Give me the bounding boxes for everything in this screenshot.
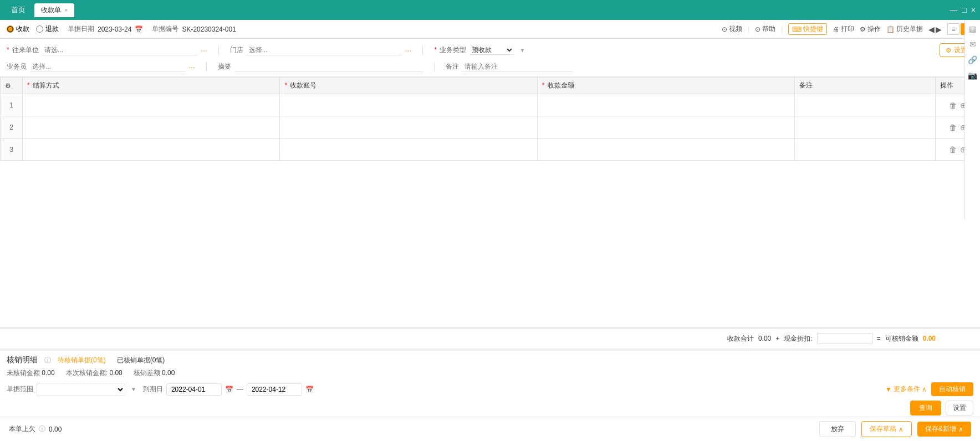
pending-tab[interactable]: 待核销单据(0笔) xyxy=(58,356,106,365)
keyboard-icon: ⌨ xyxy=(792,25,802,33)
win-maximize-btn[interactable]: □ xyxy=(962,6,966,14)
more-conditions-btn[interactable]: ▼ 更多条件 ∧ xyxy=(885,384,927,394)
cell-pay-method-2[interactable] xyxy=(23,116,280,139)
filter-row: 单据范围 ▼ 到期日 📅 — 📅 xyxy=(7,382,973,396)
cell-pay-method-3[interactable] xyxy=(23,139,280,161)
remark-label: 备注 xyxy=(446,62,459,71)
sidebar-mail-icon[interactable]: ✉ xyxy=(969,40,976,49)
query-settings-row: 查询 设置 xyxy=(7,401,973,416)
done-tab[interactable]: 已核销单据(0笔) xyxy=(117,356,165,365)
save-new-button[interactable]: 保存&新增 ∧ xyxy=(917,422,971,437)
sidebar-camera-icon[interactable]: 📷 xyxy=(968,71,977,80)
tab-bar-left: 首页 收款单 × xyxy=(4,3,74,17)
save-draft-label: 保存草稿 xyxy=(870,424,896,434)
cell-receipt-amount-3[interactable] xyxy=(537,139,794,161)
store-group: 门店 ··· xyxy=(230,45,412,55)
form-divider-4 xyxy=(434,63,435,71)
cell-receipt-amount-2[interactable] xyxy=(537,116,794,139)
action-operation[interactable]: ⚙ 操作 xyxy=(860,24,881,34)
auto-verify-button[interactable]: 自动核销 xyxy=(931,382,973,396)
business-type-select[interactable]: 预收款 收款 xyxy=(469,45,514,55)
staff-more-icon[interactable]: ··· xyxy=(188,63,195,71)
sidebar-table-icon[interactable]: ▦ xyxy=(969,24,976,33)
date-to-input[interactable] xyxy=(247,383,302,396)
store-input[interactable] xyxy=(247,45,402,55)
remark-input[interactable] xyxy=(462,61,573,72)
row-delete-btn-3[interactable]: 🗑 xyxy=(949,145,957,154)
cell-remark-3[interactable] xyxy=(795,139,936,161)
table-row: 1 🗑 ⊕ xyxy=(1,94,980,116)
toolbar: 收款 退款 单据日期 2023-03-24 📅 单据编号 SK-20230324… xyxy=(0,20,980,39)
tab-active-receipt[interactable]: 收款单 × xyxy=(34,3,74,17)
doc-range-chevron-icon: ▼ xyxy=(131,386,136,392)
chevron-up-icon: ∧ xyxy=(922,386,927,393)
nav-next-btn[interactable]: ▶ xyxy=(936,25,942,34)
summary-input[interactable] xyxy=(234,61,423,72)
nav-prev-btn[interactable]: ◀ xyxy=(928,25,935,34)
form-row-2: 业务员 ··· 摘要 备注 xyxy=(7,61,973,72)
table-settings-icon[interactable]: ⚙ xyxy=(5,82,11,90)
save-new-chevron-icon: ∧ xyxy=(958,425,963,433)
info-icon[interactable]: ⓘ xyxy=(44,356,51,365)
th-receipt-account: * 收款账号 xyxy=(280,78,537,94)
cell-receipt-account-1[interactable] xyxy=(280,94,537,116)
uncleared-label: 未核销金额 0.00 xyxy=(7,368,55,378)
win-minimize-btn[interactable]: — xyxy=(950,6,957,14)
action-shortcut[interactable]: ⌨ 快捷键 xyxy=(788,23,827,35)
history-icon: 📋 xyxy=(886,25,895,33)
cell-receipt-amount-1[interactable] xyxy=(537,94,794,116)
radio-refund[interactable]: 退款 xyxy=(36,24,59,34)
calendar-icon[interactable]: 📅 xyxy=(135,25,143,33)
counterparty-more-icon[interactable]: ··· xyxy=(201,46,207,55)
diff-stat: 核销差额 0.00 xyxy=(134,368,175,378)
counterparty-group: * 往来单位 ··· xyxy=(7,45,207,55)
total-label: 收款合计 xyxy=(727,334,754,343)
row-delete-btn-1[interactable]: 🗑 xyxy=(949,101,957,110)
tab-close-icon[interactable]: × xyxy=(64,7,68,13)
discount-label: 现金折扣: xyxy=(784,334,812,343)
row-delete-btn-2[interactable]: 🗑 xyxy=(949,123,957,132)
verifiable-label: 可核销金额 xyxy=(885,334,918,343)
discount-input[interactable] xyxy=(817,333,872,344)
doc-range-filter: 单据范围 ▼ xyxy=(7,383,136,396)
cell-pay-method-1[interactable] xyxy=(23,94,280,116)
save-draft-button[interactable]: 保存草稿 ∧ xyxy=(861,421,912,437)
staff-input[interactable] xyxy=(30,61,185,72)
tab-home[interactable]: 首页 xyxy=(4,3,32,17)
cell-remark-2[interactable] xyxy=(795,116,936,139)
action-print[interactable]: 🖨 打印 xyxy=(833,24,854,34)
query-button[interactable]: 查询 xyxy=(910,401,941,416)
table-settings-button[interactable]: 设置 xyxy=(946,401,973,416)
radio-receive-input[interactable] xyxy=(7,25,14,33)
date-separator: — xyxy=(237,386,243,393)
store-more-icon[interactable]: ··· xyxy=(405,46,412,55)
footer: 本单上欠 ⓘ 0.00 放弃 保存草稿 ∧ 保存&新增 ∧ xyxy=(0,417,980,441)
win-close-btn[interactable]: × xyxy=(971,6,976,14)
view-list-btn[interactable]: ≡ xyxy=(947,23,959,35)
abandon-button[interactable]: 放弃 xyxy=(819,421,856,437)
action-video[interactable]: ⊙ 视频 xyxy=(722,24,742,34)
summary-row: 收款合计 0.00 + 现金折扣: = 可核销金额 0.00 xyxy=(0,328,980,348)
cell-receipt-account-3[interactable] xyxy=(280,139,537,161)
radio-receive[interactable]: 收款 xyxy=(7,24,29,34)
counterparty-input[interactable] xyxy=(42,45,197,55)
current-verify-stat: 本次核销金额: 0.00 xyxy=(66,368,122,378)
footer-info-icon[interactable]: ⓘ xyxy=(39,424,45,434)
tab-active-label: 收款单 xyxy=(41,6,61,15)
action-history[interactable]: 📋 历史单据 xyxy=(886,24,923,34)
cell-receipt-account-2[interactable] xyxy=(280,116,537,139)
doc-range-select[interactable] xyxy=(37,383,125,396)
form-divider-2 xyxy=(422,46,423,55)
tab-bar: 首页 收款单 × — □ × xyxy=(0,0,980,20)
row-num-3: 3 xyxy=(1,139,23,161)
sidebar-link-icon[interactable]: 🔗 xyxy=(968,55,977,64)
date-from-input[interactable] xyxy=(166,383,222,396)
video-icon: ⊙ xyxy=(722,25,727,33)
cell-remark-1[interactable] xyxy=(795,94,936,116)
th-settings[interactable]: ⚙ xyxy=(1,78,23,94)
counterparty-label: * 往来单位 xyxy=(7,45,39,55)
calendar-to-icon[interactable]: 📅 xyxy=(305,386,314,393)
radio-refund-input[interactable] xyxy=(36,25,43,33)
action-help[interactable]: ⊙ 帮助 xyxy=(755,24,775,34)
calendar-from-icon[interactable]: 📅 xyxy=(225,386,233,393)
